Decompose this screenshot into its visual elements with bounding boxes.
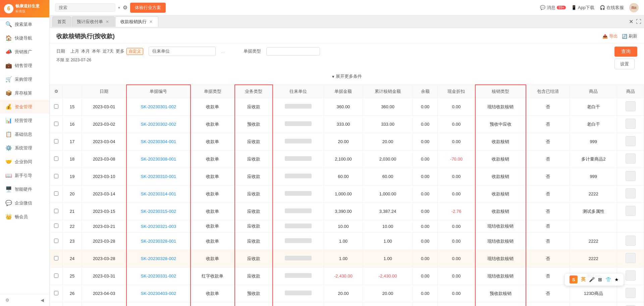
sidebar-item-system[interactable]: ⚙️ 系统管理 (0, 141, 49, 155)
cell-checkbox-9[interactable] (50, 250, 63, 267)
cell-checkbox-10[interactable] (50, 267, 63, 285)
topbar: ▾ ⚙ 体验行业方案 💬 消息 99+ 📱 App下载 🎧 在线客服 Rit (50, 0, 644, 15)
cell-amount-11: 20.00 (324, 285, 363, 302)
date-last-month[interactable]: 上月 (70, 48, 79, 54)
date-this-year[interactable]: 本年 (92, 48, 101, 54)
row-checkbox-4[interactable] (54, 174, 58, 178)
query-button[interactable]: 查询 (614, 47, 637, 57)
solution-button[interactable]: 体验行业方案 (130, 3, 166, 13)
row-checkbox-0[interactable] (54, 104, 58, 109)
cell-checkbox-2[interactable] (50, 133, 63, 150)
doc-type-select[interactable] (266, 47, 320, 56)
search-input[interactable] (55, 3, 115, 12)
cell-checkbox-8[interactable] (50, 233, 63, 250)
docno-link-9[interactable]: SK-20230328-002 (141, 256, 176, 261)
expand-more-button[interactable]: ▾ 展开更多条件 (332, 73, 362, 79)
tab-prepay-close[interactable]: ✕ (105, 19, 110, 24)
sidebar-item-wechat[interactable]: 💬 企业微信 (0, 196, 49, 210)
export-button[interactable]: 📤 导出 (602, 33, 618, 39)
cell-docno-3: SK-20230308-001 (126, 150, 191, 168)
cell-discount-12: 0.00 (438, 302, 475, 306)
tab-close-all-button[interactable]: ✕ (629, 18, 633, 25)
online-service-button[interactable]: 🎧 在线客服 (600, 5, 624, 11)
row-checkbox-11[interactable] (54, 291, 58, 295)
date-more[interactable]: 更多 (116, 48, 124, 54)
cell-checkbox-11[interactable] (50, 285, 63, 302)
cell-partner-2 (273, 133, 324, 150)
tab-expand-button[interactable]: ⛶ (636, 19, 641, 25)
docno-link-3[interactable]: SK-20230308-001 (141, 157, 176, 162)
cell-checkbox-12[interactable] (50, 302, 63, 306)
docno-link-8[interactable]: SK-20230328-001 (141, 239, 176, 244)
docno-link-10[interactable]: SK-20230331-002 (141, 273, 176, 279)
cell-checkbox-6[interactable] (50, 203, 63, 220)
row-checkbox-6[interactable] (54, 209, 58, 213)
app-download-button[interactable]: 📱 App下载 (571, 5, 594, 11)
date-7days[interactable]: 近7天 (103, 48, 114, 54)
sidebar-item-sales[interactable]: 💼 销售管理 (0, 59, 49, 72)
cell-verified-8: 1.00 (363, 233, 413, 250)
docno-link-5[interactable]: SK-20230314-001 (141, 191, 176, 196)
sidebar-label-sales: 销售管理 (15, 63, 32, 69)
docno-link-2[interactable]: SK-20230304-001 (141, 139, 176, 144)
date-custom-btn[interactable]: 自定义 (126, 48, 143, 55)
collapse-icon[interactable]: ◀ (41, 298, 44, 303)
sidebar-item-basic[interactable]: 📋 基础信息 (0, 127, 49, 141)
sidebar-item-operation[interactable]: 📊 经营管理 (0, 114, 49, 127)
sidebar-item-hardware[interactable]: 🖥️ 智能硬件 (0, 182, 49, 196)
cell-checkbox-3[interactable] (50, 150, 63, 168)
docno-link-0[interactable]: SK-20230301-002 (141, 104, 176, 109)
cell-vertype-3: 收款核销 (475, 150, 526, 168)
date-this-month[interactable]: 本月 (81, 48, 90, 54)
tab-verify[interactable]: 收款核销执行 ✕ (115, 16, 158, 27)
row-checkbox-10[interactable] (54, 273, 58, 278)
sidebar-item-search[interactable]: 🔍 搜索菜单 (0, 17, 49, 31)
sidebar-item-enterprise[interactable]: 🤝 企业协同 (0, 155, 49, 169)
docno-link-6[interactable]: SK-20230315-002 (141, 209, 176, 214)
partner-more-icon[interactable]: ... (221, 49, 225, 54)
cell-goods2-5 (617, 185, 644, 203)
sidebar-item-marketing[interactable]: 📣 营销推广 (0, 45, 49, 59)
docno-link-7[interactable]: SK-20230321-003 (141, 224, 176, 229)
cell-checkbox-1[interactable] (50, 116, 63, 133)
doc-type-label: 单据类型 (244, 48, 261, 54)
cell-goods-3: 多计量商品2 (570, 150, 617, 168)
sidebar-item-finance[interactable]: 💰 资金管理 (0, 100, 49, 114)
row-checkbox-8[interactable] (54, 239, 58, 243)
row-checkbox-7[interactable] (54, 224, 58, 228)
sidebar-item-quicknav[interactable]: 🏠 快捷导航 (0, 31, 49, 45)
user-avatar[interactable]: Rit (629, 3, 639, 12)
docno-link-4[interactable]: SK-20230310-001 (141, 174, 176, 179)
settings-icon[interactable]: ⚙ (5, 298, 9, 303)
sidebar-item-purchase[interactable]: 🛒 采购管理 (0, 72, 49, 86)
cell-docno-4: SK-20230310-001 (126, 168, 191, 185)
sidebar-label-purchase: 采购管理 (15, 76, 32, 82)
tab-home[interactable]: 首页 (52, 16, 71, 27)
sidebar-item-guide[interactable]: 📖 新手引导 (0, 169, 49, 182)
watermark-star: ★ (614, 277, 619, 282)
docno-link-1[interactable]: SK-20230302-002 (141, 122, 176, 127)
sidebar-icon-basic: 📋 (5, 131, 12, 137)
tab-prepay[interactable]: 预计应收付单 ✕ (72, 16, 115, 27)
cell-settled-0: 否 (526, 98, 570, 116)
row-checkbox-9[interactable] (54, 256, 58, 260)
partner-filter-input[interactable]: 往来单位 (149, 47, 216, 56)
cell-checkbox-7[interactable] (50, 220, 63, 233)
table-container: ⚙ 日期 单据编号 单据类型 业务类型 往来单位 单据金额 累计核销金额 余额 (50, 84, 644, 306)
topbar-settings-icon[interactable]: ⚙ (123, 4, 127, 11)
sidebar-item-inventory[interactable]: 📦 库存核算 (0, 86, 49, 100)
refresh-button[interactable]: 🔄 刷新 (622, 33, 637, 39)
row-checkbox-3[interactable] (54, 157, 58, 161)
row-checkbox-2[interactable] (54, 139, 58, 143)
row-checkbox-1[interactable] (54, 122, 58, 126)
cell-checkbox-0[interactable] (50, 98, 63, 116)
cell-date-6: 2023-03-15 (82, 203, 126, 220)
docno-link-11[interactable]: SK-20230403-002 (141, 291, 176, 296)
settings-button[interactable]: 设置 (614, 59, 635, 69)
cell-checkbox-5[interactable] (50, 185, 63, 203)
messages-button[interactable]: 💬 消息 99+ (540, 5, 566, 11)
tab-verify-close[interactable]: ✕ (149, 19, 153, 24)
cell-checkbox-4[interactable] (50, 168, 63, 185)
sidebar-item-member[interactable]: 👑 畅会员 (0, 210, 49, 224)
row-checkbox-5[interactable] (54, 191, 58, 196)
